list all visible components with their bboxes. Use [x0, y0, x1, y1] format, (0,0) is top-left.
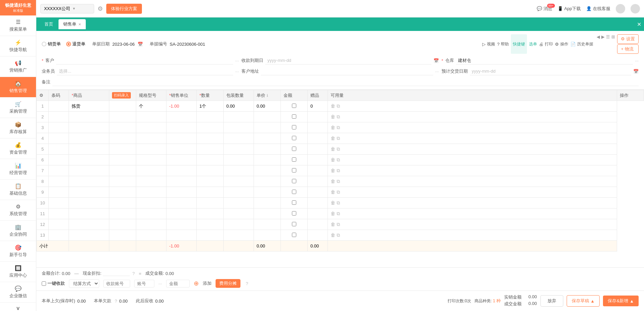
price-info-icon[interactable]: ℹ: [267, 93, 268, 98]
sidebar-item-sys[interactable]: ⚙ 系统管理: [0, 200, 36, 221]
sidebar-item-sales[interactable]: 🏠 销售管理: [0, 77, 36, 98]
app-download-button[interactable]: 📱 App下载: [558, 6, 581, 12]
row-gift[interactable]: [281, 101, 308, 112]
delete-icon[interactable]: 🗑: [331, 222, 335, 227]
delete-icon[interactable]: 🗑: [331, 125, 335, 130]
sidebar-item-corp[interactable]: 🏢 企业协同: [0, 221, 36, 241]
print-btn[interactable]: 🖨打印: [539, 34, 553, 54]
col-scan[interactable]: 扫码录入: [109, 90, 136, 101]
copy-icon[interactable]: ⧉: [337, 146, 340, 152]
warehouse-dots[interactable]: ···: [635, 58, 639, 63]
delete-icon[interactable]: 🗑: [331, 168, 335, 173]
copy-icon[interactable]: ⧉: [337, 103, 340, 109]
tab-sale-order[interactable]: 销售单 ✕: [59, 19, 86, 29]
sidebar-item-vip[interactable]: V 畅会员: [0, 303, 36, 311]
view-list-icon[interactable]: ☰: [606, 34, 610, 54]
cost-split-btn[interactable]: 费用分摊: [216, 279, 240, 288]
copy-icon[interactable]: ⧉: [337, 211, 340, 217]
save-new-button[interactable]: 保存&新增 ▲: [603, 296, 639, 306]
row-spec[interactable]: [109, 101, 136, 112]
radio-sale[interactable]: 销货单: [42, 41, 61, 47]
receipt-cal-icon[interactable]: 📅: [433, 58, 439, 63]
sidebar-item-newbie[interactable]: 🎯 新手引导: [0, 241, 36, 262]
view-grid-icon[interactable]: ⊞: [611, 34, 615, 54]
sidebar-item-marketing[interactable]: 📢 营销推广: [0, 56, 36, 77]
sidebar-item-stock[interactable]: 📦 库存核算: [0, 118, 36, 139]
pay-checkbox[interactable]: [42, 281, 46, 286]
logistics-btn[interactable]: + 物流: [617, 44, 639, 54]
row-barcode[interactable]: [49, 101, 69, 112]
discount-input[interactable]: [103, 271, 130, 276]
copy-icon[interactable]: ⧉: [337, 200, 340, 206]
row-price[interactable]: 0.00: [224, 101, 254, 112]
salesperson-input[interactable]: [57, 67, 233, 75]
remarks-input[interactable]: [52, 78, 639, 86]
help-btn[interactable]: ?帮助: [497, 34, 509, 54]
company-selector[interactable]: XXXXXX公司 ▼: [40, 4, 94, 13]
history-btn[interactable]: 📄历史单据: [570, 34, 593, 54]
stat2-help-icon[interactable]: ?: [115, 299, 117, 304]
discount-help-icon[interactable]: ?: [132, 271, 135, 276]
warehouse-input[interactable]: [456, 56, 633, 65]
delete-icon[interactable]: 🗑: [331, 157, 335, 163]
account-dots[interactable]: ···: [158, 281, 162, 286]
sidebar-item-apps[interactable]: 🔲 应用中心: [0, 262, 36, 282]
customer-dots[interactable]: ···: [235, 58, 239, 63]
add-pay-icon[interactable]: ⊕: [194, 280, 199, 287]
nav-prev-icon[interactable]: ◀: [597, 34, 600, 54]
expected-date-input[interactable]: [470, 67, 631, 75]
account2-input[interactable]: [134, 280, 154, 287]
select-btn[interactable]: 选单: [529, 34, 537, 54]
save-draft-button[interactable]: 保存草稿 ▲: [567, 295, 600, 307]
sidebar-item-finance[interactable]: 💰 资金管理: [0, 139, 36, 159]
tab-close-icon[interactable]: ✕: [78, 23, 81, 26]
copy-icon[interactable]: ⧉: [337, 157, 340, 163]
copy-icon[interactable]: ⧉: [337, 232, 340, 238]
radio-return[interactable]: 退货单: [66, 41, 85, 47]
delete-icon[interactable]: 🗑: [331, 179, 335, 184]
scan-button[interactable]: 扫码录入: [112, 92, 131, 99]
copy-icon[interactable]: ⧉: [337, 222, 340, 227]
customer-input[interactable]: [56, 56, 233, 65]
shortcut-btn[interactable]: 快捷键: [511, 34, 527, 54]
operation-btn[interactable]: ⚙操作: [555, 34, 568, 54]
copy-icon[interactable]: ⧉: [337, 168, 340, 173]
copy-icon[interactable]: ⧉: [337, 179, 340, 184]
date-calendar-icon[interactable]: 📅: [138, 42, 143, 47]
sidebar-item-quick-nav[interactable]: ⚡ 快捷导航: [0, 36, 36, 56]
settings-button[interactable]: ⚙: [98, 5, 103, 12]
salesperson-dots[interactable]: ···: [235, 69, 239, 74]
nav-next-icon[interactable]: ▶: [601, 34, 605, 54]
video-btn[interactable]: ▷视频: [482, 34, 495, 54]
tab-home[interactable]: 首页: [39, 18, 59, 30]
avatar[interactable]: [616, 4, 625, 13]
delete-icon[interactable]: 🗑: [331, 189, 335, 195]
addr-dots[interactable]: ···: [435, 69, 439, 74]
method-select[interactable]: 结算方式: [69, 279, 99, 288]
delete-icon[interactable]: 🗑: [331, 200, 335, 206]
sidebar-item-purchase[interactable]: 🛒 采购管理: [0, 98, 36, 118]
copy-icon[interactable]: ⧉: [337, 189, 340, 195]
delete-icon[interactable]: 🗑: [331, 146, 335, 152]
settings-form-btn[interactable]: ⚙ 设置: [617, 34, 639, 44]
one-click-pay[interactable]: 一键收款: [42, 280, 65, 286]
trial-button[interactable]: 体验行业方案: [106, 4, 142, 14]
copy-icon[interactable]: ⧉: [337, 135, 340, 141]
customer-addr-input[interactable]: [261, 67, 433, 75]
col-gear[interactable]: ⚙: [37, 90, 49, 101]
delete-icon[interactable]: 🗑: [331, 135, 335, 141]
copy-icon[interactable]: ⧉: [337, 125, 340, 130]
sidebar-item-base[interactable]: 📋 基础信息: [0, 180, 36, 200]
delete-icon[interactable]: 🗑: [331, 211, 335, 217]
discard-button[interactable]: 放弃: [540, 295, 563, 307]
account-input[interactable]: [103, 280, 130, 287]
service-button[interactable]: 👤 在线客服: [586, 6, 610, 12]
amount-input[interactable]: [166, 280, 190, 287]
expected-cal-icon[interactable]: 📅: [633, 69, 639, 74]
copy-icon[interactable]: ⧉: [337, 114, 340, 120]
receipt-date-input[interactable]: [265, 56, 431, 65]
delete-icon[interactable]: 🗑: [331, 103, 335, 109]
avatar2[interactable]: [631, 4, 640, 13]
message-button[interactable]: 💬 消息 99+: [537, 6, 552, 12]
delete-icon[interactable]: 🗑: [331, 232, 335, 238]
